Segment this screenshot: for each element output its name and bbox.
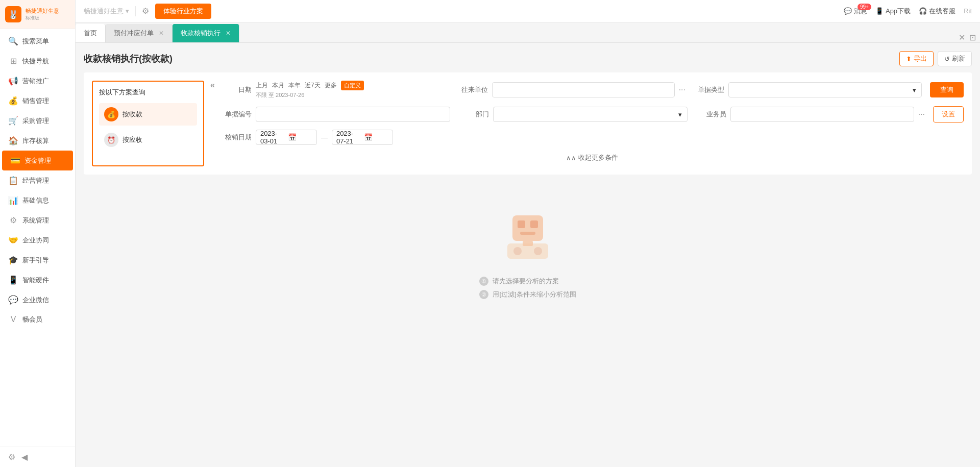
doc-no-input[interactable] — [256, 107, 450, 122]
logo-icon: 🐰 — [5, 6, 21, 22]
staff-more-icon[interactable]: ··· — [918, 110, 925, 119]
filter-row-3: 核销日期 2023-03-01 📅 — 2023-07-21 📅 — [221, 130, 964, 145]
sidebar-label-wechat: 企业微信 — [22, 296, 49, 305]
writeoff-date-start-input[interactable]: 2023-03-01 📅 — [256, 130, 317, 145]
counterpart-more-icon[interactable]: ··· — [679, 85, 685, 94]
sidebar-item-enterprise[interactable]: 🤝企业协同 — [0, 230, 75, 250]
sidebar-item-operations[interactable]: 📋经营管理 — [0, 170, 75, 190]
solution-button[interactable]: 体验行业方案 — [155, 4, 211, 19]
svg-point-6 — [513, 247, 522, 255]
sidebar-item-marketing[interactable]: 📢营销推广 — [0, 71, 75, 91]
topbar-brand-text: 畅捷通好生意 — [84, 7, 124, 16]
app-download-button[interactable]: 📱 App下载 — [875, 7, 911, 16]
topbar-brand: 畅捷通好生意 ▾ — [84, 7, 129, 16]
enterprise-icon: 🤝 — [8, 235, 18, 245]
date-link-this-year[interactable]: 本年 — [288, 81, 301, 90]
search-icon: 🔍 — [8, 36, 18, 46]
tabbar: 首页 预付冲应付单 ✕ 收款核销执行 ✕ ✕ ⊡ — [76, 22, 980, 43]
tab-prepay[interactable]: 预付冲应付单 ✕ — [106, 24, 173, 42]
dept-chevron-icon: ▾ — [678, 111, 682, 118]
writeoff-date-end-input[interactable]: 2023-07-21 📅 — [332, 130, 393, 145]
tab-home[interactable]: 首页 — [76, 24, 106, 42]
sidebar-label-finance: 资金管理 — [24, 156, 51, 165]
message-icon: 💬 — [844, 7, 852, 15]
date-sublabel: 不限 至 2023-07-26 — [256, 91, 364, 99]
tab-writeoff[interactable]: 收款核销执行 ✕ — [173, 24, 239, 42]
collapse-icon[interactable]: ◀ — [21, 452, 28, 462]
doc-type-field: 单据类型 ▾ — [694, 82, 922, 97]
counterpart-input[interactable] — [492, 82, 675, 97]
svg-rect-2 — [530, 220, 538, 228]
tab-prepay-close[interactable]: ✕ — [159, 30, 164, 37]
filter-collapse-btn[interactable]: « — [210, 81, 215, 166]
topbar-gear-icon[interactable]: ⚙ — [142, 6, 149, 16]
sidebar-item-search[interactable]: 🔍搜索菜单 — [0, 31, 75, 51]
sidebar-label-hardware: 智能硬件 — [22, 276, 49, 285]
sidebar-item-hardware[interactable]: 📱智能硬件 — [0, 270, 75, 290]
logo-name: 畅捷通好生意 — [26, 7, 59, 14]
page-header: 收款核销执行(按收款) ⬆ 导出 ↺ 刷新 — [84, 51, 972, 66]
filter-rows: 日期 上月 本月 本年 近7天 更多 自定义 不限 至 — [221, 81, 964, 145]
calendar-end-icon: 📅 — [364, 133, 388, 141]
filter-option-by-receivable[interactable]: ⏰ 按应收 — [99, 129, 197, 151]
sidebar-label-guide: 新手引导 — [22, 256, 49, 265]
setting-button[interactable]: 设置 — [933, 106, 964, 122]
tab-writeoff-close[interactable]: ✕ — [226, 30, 231, 37]
sidebar-item-basicinfo[interactable]: 📊基础信息 — [0, 190, 75, 210]
export-button[interactable]: ⬆ 导出 — [899, 51, 934, 66]
date-range-dash: — — [321, 134, 328, 141]
close-tab-icon[interactable]: ✕ — [959, 33, 965, 42]
staff-label: 业务员 — [696, 110, 726, 119]
sidebar-footer: ⚙ ◀ — [0, 447, 75, 467]
sidebar-item-sales[interactable]: 💰销售管理 — [0, 91, 75, 111]
filter-scheme-selector: 按以下方案查询 💰 按收款 ⏰ 按应收 — [92, 81, 204, 166]
service-button[interactable]: 🎧 在线客服 — [919, 7, 955, 16]
writeoff-date-range: 2023-03-01 📅 — 2023-07-21 📅 — [256, 130, 393, 145]
receipt-option-label: 按收款 — [122, 110, 142, 119]
svg-point-7 — [534, 247, 542, 255]
query-button[interactable]: 查询 — [930, 82, 964, 97]
doc-type-select[interactable]: ▾ — [728, 82, 922, 97]
doc-type-label: 单据类型 — [694, 85, 724, 94]
empty-illustration — [497, 205, 558, 266]
sidebar-item-guide[interactable]: 🎓新手引导 — [0, 250, 75, 270]
content-area: 收款核销执行(按收款) ⬆ 导出 ↺ 刷新 按以下方案查询 💰 按收款 — [76, 43, 980, 467]
sidebar-item-member[interactable]: V畅会员 — [0, 310, 75, 329]
filter-panel: 按以下方案查询 💰 按收款 ⏰ 按应收 « — [84, 72, 972, 175]
sidebar-item-inventory[interactable]: 🏠库存核算 — [0, 131, 75, 151]
sidebar-item-quicknav[interactable]: ⊞快捷导航 — [0, 51, 75, 71]
date-link-custom[interactable]: 自定义 — [341, 81, 364, 90]
sidebar-item-wechat[interactable]: 💬企业微信 — [0, 290, 75, 310]
user-name[interactable]: Rit — [964, 7, 972, 15]
date-link-more[interactable]: 更多 — [325, 81, 337, 90]
date-link-7days[interactable]: 近7天 — [305, 81, 321, 90]
sidebar-label-member: 畅会员 — [22, 315, 42, 324]
dept-field: 部门 ▾ — [458, 107, 688, 122]
purchase-icon: 🛒 — [8, 116, 18, 126]
service-label: 在线客服 — [929, 7, 955, 16]
sidebar-item-purchase[interactable]: 🛒采购管理 — [0, 111, 75, 131]
sidebar-logo: 🐰 畅捷通好生意 标准版 — [0, 0, 75, 29]
sidebar-item-finance[interactable]: 💳资金管理 — [2, 151, 73, 170]
staff-field: 业务员 ··· — [696, 107, 925, 122]
refresh-icon: ↺ — [944, 55, 950, 63]
message-button[interactable]: 💬 消息 99+ — [844, 7, 867, 16]
tab-home-label: 首页 — [84, 29, 97, 38]
sidebar-item-system[interactable]: ⚙系统管理 — [0, 210, 75, 230]
topbar-dropdown-icon[interactable]: ▾ — [126, 7, 129, 15]
filter-option-by-receipt[interactable]: 💰 按收款 — [99, 103, 197, 126]
hardware-icon: 📱 — [8, 275, 18, 285]
writeoff-date-field: 核销日期 2023-03-01 📅 — 2023-07-21 📅 — [221, 130, 964, 145]
finance-icon: 💳 — [10, 156, 20, 165]
quicknav-icon: ⊞ — [8, 56, 18, 66]
settings-icon[interactable]: ⚙ — [8, 452, 15, 462]
date-link-last-month[interactable]: 上月 — [256, 81, 268, 90]
svg-rect-3 — [520, 232, 535, 235]
date-link-this-month[interactable]: 本月 — [272, 81, 284, 90]
operations-icon: 📋 — [8, 176, 18, 185]
refresh-button[interactable]: ↺ 刷新 — [938, 51, 972, 66]
expand-tab-icon[interactable]: ⊡ — [969, 33, 976, 42]
collapse-more-button[interactable]: ∧∧ 收起更多条件 — [566, 153, 618, 162]
dept-select[interactable]: ▾ — [493, 107, 688, 122]
staff-input[interactable] — [730, 107, 914, 122]
